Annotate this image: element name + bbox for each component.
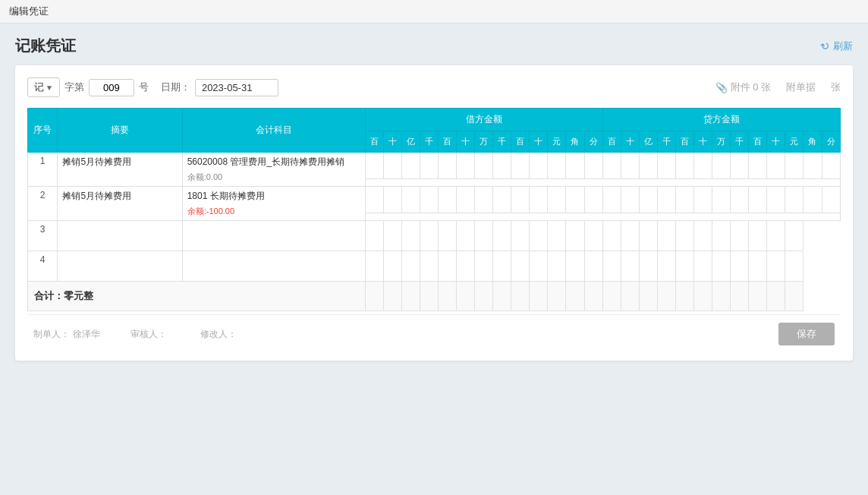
row4-account[interactable] [182, 251, 365, 282]
row1-d3[interactable] [401, 153, 420, 179]
row1-c8[interactable] [731, 153, 749, 179]
date-label: 日期： [161, 80, 190, 94]
row1-d5[interactable] [438, 153, 456, 179]
row2-summary[interactable]: 摊销5月待摊费用 [58, 187, 182, 221]
row1-c6[interactable] [693, 153, 712, 179]
zi-label: 字第 [64, 80, 84, 94]
row1-c10[interactable] [767, 153, 785, 179]
row2-c1[interactable] [602, 187, 621, 213]
row2-c13[interactable] [822, 187, 840, 213]
th-summary: 摘要 [58, 109, 182, 153]
row2-d8[interactable] [493, 187, 511, 213]
th-sub-c-qian1: 千 [657, 131, 675, 153]
row4-summary[interactable] [58, 251, 182, 282]
voucher-table: 序号 摘要 会计科目 借方金额 贷方金额 百 十 亿 千 百 十 万 [27, 108, 841, 311]
total-label: 合计：零元整 [28, 282, 366, 311]
row2-d2[interactable] [383, 187, 401, 213]
voucher-type-group: 记 ▼ 字第 号 [27, 77, 149, 97]
refresh-button[interactable]: ↻ 刷新 [821, 39, 853, 53]
window-title: 编辑凭证 [9, 5, 49, 17]
row1-d11[interactable] [548, 153, 566, 179]
row1-d6[interactable] [456, 153, 474, 179]
row1-c2[interactable] [621, 153, 639, 179]
row1-d9[interactable] [511, 153, 530, 179]
row2-c11[interactable] [785, 187, 804, 213]
row3-summary[interactable] [58, 221, 182, 251]
row1-c1[interactable] [602, 153, 621, 179]
reviewer-field: 审核人： [131, 328, 170, 341]
th-sub-d-yuan: 元 [548, 131, 566, 153]
row3-account[interactable] [182, 221, 365, 251]
th-sub-c-jiao: 角 [804, 131, 822, 153]
row1-d7[interactable] [475, 153, 493, 179]
row2-d13[interactable] [584, 187, 602, 213]
row2-seq: 2 [28, 187, 58, 221]
row2-d6[interactable] [456, 187, 474, 213]
row2-d3[interactable] [401, 187, 420, 213]
voucher-number-input[interactable] [89, 79, 134, 96]
chevron-down-icon: ▼ [46, 84, 53, 92]
row1-spacer [365, 179, 840, 187]
row1-c3[interactable] [639, 153, 657, 179]
table-row: 2 摊销5月待摊费用 1801 长期待摊费用 余额:-100.00 [28, 187, 841, 213]
th-sub-d-jiao: 角 [566, 131, 584, 153]
row1-c7[interactable] [712, 153, 731, 179]
row1-c13[interactable] [822, 153, 840, 179]
row1-c4[interactable] [657, 153, 675, 179]
voucher-footer: 制单人： 徐泽华 审核人： 修改人： 保存 [27, 314, 841, 348]
refresh-label: 刷新 [833, 39, 853, 53]
th-sub-d-bai3: 百 [511, 131, 530, 153]
row2-c10[interactable] [767, 187, 785, 213]
save-button[interactable]: 保存 [778, 323, 835, 345]
row1-c5[interactable] [675, 153, 693, 179]
row2-c3[interactable] [639, 187, 657, 213]
th-sub-c-bai1: 百 [602, 131, 621, 153]
th-sub-d-shi2: 十 [456, 131, 474, 153]
row1-account[interactable]: 56020008 管理费用_长期待摊费用摊销 余额:0.00 [182, 153, 365, 187]
row2-d9[interactable] [511, 187, 530, 213]
row2-d4[interactable] [420, 187, 438, 213]
single-doc-button[interactable]: 附单据 [786, 80, 816, 94]
row1-d10[interactable] [530, 153, 548, 179]
row2-c12[interactable] [804, 187, 822, 213]
row2-d1[interactable] [365, 187, 383, 213]
row1-d4[interactable] [420, 153, 438, 179]
row1-d2[interactable] [383, 153, 401, 179]
th-seq: 序号 [28, 109, 58, 153]
attachment-link[interactable]: 📎 附件 0 张 [715, 80, 771, 94]
row2-d11[interactable] [548, 187, 566, 213]
row2-d5[interactable] [438, 187, 456, 213]
modifier-label: 修改人： [200, 328, 237, 341]
row1-summary[interactable]: 摊销5月待摊费用 [58, 153, 182, 187]
voucher-type-button[interactable]: 记 ▼ [27, 77, 60, 97]
row1-d12[interactable] [566, 153, 584, 179]
row2-account[interactable]: 1801 长期待摊费用 余额:-100.00 [182, 187, 365, 221]
row1-c12[interactable] [804, 153, 822, 179]
creator-field: 制单人： 徐泽华 [33, 328, 100, 341]
th-sub-d-wan: 万 [475, 131, 493, 153]
row2-d7[interactable] [475, 187, 493, 213]
row1-d8[interactable] [493, 153, 511, 179]
row2-c2[interactable] [621, 187, 639, 213]
row2-c8[interactable] [731, 187, 749, 213]
th-credit: 贷方金额 [602, 109, 840, 131]
date-input[interactable] [195, 79, 278, 96]
hao-label: 号 [139, 80, 149, 94]
row1-c9[interactable] [749, 153, 767, 179]
row2-d12[interactable] [566, 187, 584, 213]
table-row: 3 [28, 221, 841, 251]
row2-c4[interactable] [657, 187, 675, 213]
window-body: 记账凭证 ↻ 刷新 记 ▼ 字第 号 日期： [0, 24, 868, 495]
row2-c7[interactable] [712, 187, 731, 213]
th-sub-d-fen: 分 [584, 131, 602, 153]
row2-d10[interactable] [530, 187, 548, 213]
row1-c11[interactable] [785, 153, 804, 179]
row1-d13[interactable] [584, 153, 602, 179]
row2-c5[interactable] [675, 187, 693, 213]
th-sub-c-qian2: 千 [731, 131, 749, 153]
voucher-card: 记 ▼ 字第 号 日期： 📎 附件 0 张 附单据 张 [15, 65, 853, 361]
row1-d1[interactable] [365, 153, 383, 179]
row2-spacer [365, 213, 840, 221]
row2-c9[interactable] [749, 187, 767, 213]
row2-c6[interactable] [693, 187, 712, 213]
